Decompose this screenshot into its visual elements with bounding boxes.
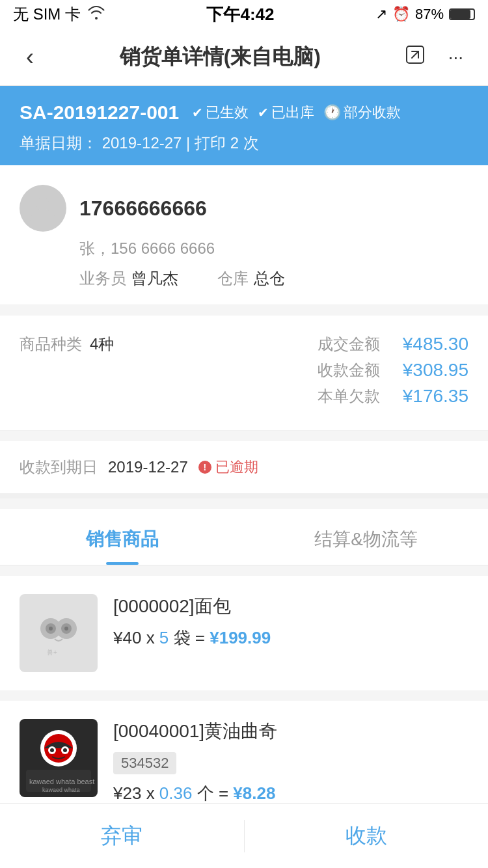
tab-settlement[interactable]: 结算&物流等 <box>244 509 488 565</box>
nav-actions: ··· <box>400 40 468 74</box>
amount-row: 成交金额 ¥485.30 <box>318 334 468 355</box>
overdue-icon: ! <box>198 461 211 474</box>
confirm-button[interactable]: 收款 <box>245 809 489 863</box>
order-date: 2019-12-27 <box>102 134 182 152</box>
alarm-icon: ⏰ <box>392 6 410 23</box>
customer-meta: 业务员 曾凡杰 仓库 总仓 <box>79 268 468 289</box>
list-item: 兽+ [0000002]面包 ¥40 x 5 袋 = ¥199.99 <box>0 576 488 690</box>
debt-label: 本单欠款 <box>318 386 380 407</box>
due-section: 收款到期日 2019-12-27 ! 已逾期 <box>0 441 488 498</box>
more-button[interactable]: ··· <box>443 42 468 73</box>
back-button[interactable]: ‹ <box>20 37 40 77</box>
price-base-2: ¥23 <box>113 783 141 803</box>
received-value: ¥308.95 <box>390 360 468 381</box>
summary-row: 商品种类 4种 成交金额 ¥485.30 收款金额 ¥308.95 本单欠款 ¥… <box>20 334 468 412</box>
page-title: 销货单详情(来自电脑) <box>120 43 321 72</box>
received-label: 收款金额 <box>318 360 380 381</box>
order-header: SA-20191227-001 ✔ 已生效 ✔ 已出库 🕐 部分收款 单据日期：… <box>0 86 488 165</box>
product-info-2: [00040001]黄油曲奇 534532 ¥23 x 0.36 个 = ¥8.… <box>113 719 468 805</box>
status-bar: 无 SIM 卡 下午4:42 ↗ ⏰ 87% <box>0 0 488 29</box>
date-label: 单据日期： <box>20 134 98 152</box>
overdue-badge: ! 已逾期 <box>198 457 258 477</box>
due-date: 2019-12-27 <box>108 458 188 476</box>
due-row: 收款到期日 2019-12-27 ! 已逾期 <box>20 457 468 478</box>
svg-point-6 <box>49 627 53 631</box>
status-shipped: ✔ 已出库 <box>258 103 314 122</box>
sales-label: 业务员 <box>79 268 126 289</box>
svg-point-14 <box>50 748 54 752</box>
avatar <box>20 185 66 232</box>
product-type-item: 商品种类 4种 <box>20 334 114 355</box>
price-base-1: ¥40 <box>113 628 141 647</box>
status-partial: 🕐 部分收款 <box>323 103 401 122</box>
order-header-top: SA-20191227-001 ✔ 已生效 ✔ 已出库 🕐 部分收款 <box>20 102 468 124</box>
received-row: 收款金额 ¥308.95 <box>318 360 468 381</box>
check-icon-shipped: ✔ <box>258 105 269 120</box>
svg-text:兽+: 兽+ <box>47 649 57 656</box>
print-info: 打印 2 次 <box>195 134 259 152</box>
nav-bar: ‹ 销货单详情(来自电脑) ··· <box>0 29 488 86</box>
summary-right: 成交金额 ¥485.30 收款金额 ¥308.95 本单欠款 ¥176.35 <box>318 334 468 412</box>
due-label: 收款到期日 <box>20 457 98 478</box>
svg-point-7 <box>64 627 68 631</box>
product-image-placeholder-1: 兽+ <box>20 594 98 672</box>
product-price-1: ¥40 x 5 袋 = ¥199.99 <box>113 627 468 649</box>
product-image-1: 兽+ <box>20 594 98 672</box>
product-price-2: ¥23 x 0.36 个 = ¥8.28 <box>113 782 468 805</box>
amount-label: 成交金额 <box>318 334 380 355</box>
product-type-value: 4种 <box>90 334 114 355</box>
location-icon: ↗ <box>375 6 387 23</box>
svg-text:kawaed whata: kawaed whata <box>42 787 80 793</box>
sales-value: 曾凡杰 <box>131 268 178 289</box>
warehouse-meta: 仓库 总仓 <box>217 268 285 289</box>
product-info-1: [0000002]面包 ¥40 x 5 袋 = ¥199.99 <box>113 594 468 649</box>
battery-indicator <box>449 8 475 20</box>
product-name-2: [00040001]黄油曲奇 <box>113 719 468 744</box>
total-2: ¥8.28 <box>233 783 275 803</box>
total-1: ¥199.99 <box>210 628 271 647</box>
tabs-bar: 销售商品 结算&物流等 <box>0 509 488 565</box>
svg-point-15 <box>63 748 67 752</box>
customer-section: 17666666666 张，156 6666 6666 业务员 曾凡杰 仓库 总… <box>0 165 488 305</box>
warehouse-value: 总仓 <box>254 268 285 289</box>
status-bar-time: 下午4:42 <box>206 3 274 26</box>
cancel-button[interactable]: 弃审 <box>0 809 244 863</box>
sales-meta: 业务员 曾凡杰 <box>79 268 178 289</box>
amount-value: ¥485.30 <box>390 334 468 355</box>
status-bar-right: ↗ ⏰ 87% <box>375 6 475 23</box>
carrier-text: 无 SIM 卡 <box>13 4 81 25</box>
debt-row: 本单欠款 ¥176.35 <box>318 386 468 407</box>
customer-row: 17666666666 <box>20 185 468 232</box>
customer-name: 17666666666 <box>79 197 207 221</box>
separator: | <box>186 134 195 152</box>
wifi-icon <box>87 5 105 23</box>
share-button[interactable] <box>400 40 430 74</box>
debt-value: ¥176.35 <box>390 386 468 407</box>
status-active: ✔ 已生效 <box>192 103 249 122</box>
order-id: SA-20191227-001 <box>20 102 179 124</box>
summary-left: 商品种类 4种 <box>20 334 114 359</box>
summary-section: 商品种类 4种 成交金额 ¥485.30 收款金额 ¥308.95 本单欠款 ¥… <box>0 316 488 431</box>
qty-1: 5 <box>159 628 169 647</box>
unit-2: 个 <box>197 783 214 803</box>
customer-sub: 张，156 6666 6666 <box>79 238 468 259</box>
status-tags: ✔ 已生效 ✔ 已出库 🕐 部分收款 <box>192 103 401 122</box>
battery-text: 87% <box>415 6 444 23</box>
check-icon-active: ✔ <box>192 105 203 120</box>
qty-2: 0.36 <box>159 783 193 803</box>
product-badge-2: 534532 <box>113 752 176 774</box>
product-type-label: 商品种类 <box>20 334 82 355</box>
overdue-text: 已逾期 <box>215 457 258 477</box>
bottom-bar: 弃审 收款 <box>0 803 488 868</box>
warehouse-label: 仓库 <box>217 268 249 289</box>
tab-products[interactable]: 销售商品 <box>0 509 244 565</box>
status-bar-left: 无 SIM 卡 <box>13 4 105 25</box>
unit-1: 袋 <box>174 628 191 647</box>
product-name-1: [0000002]面包 <box>113 594 468 619</box>
order-date-row: 单据日期： 2019-12-27 | 打印 2 次 <box>20 133 468 154</box>
clock-icon: 🕐 <box>323 104 341 121</box>
product-image-2: kawaed whata beast kawaed whata <box>20 719 98 797</box>
svg-text:kawaed whata beast: kawaed whata beast <box>29 778 94 785</box>
